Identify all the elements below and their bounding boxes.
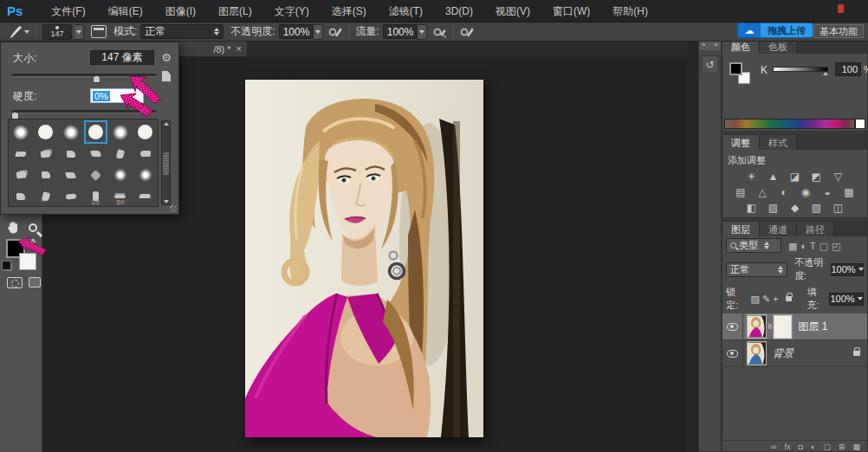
hardness-field[interactable]: 0%: [90, 88, 144, 103]
menu-item[interactable]: 帮助(H): [601, 0, 659, 23]
brush-preset[interactable]: 25: [83, 187, 108, 206]
pen-pressure-opacity-icon[interactable]: [328, 26, 342, 38]
adjustment-icon[interactable]: ◫: [832, 202, 845, 214]
layers-footer-icon[interactable]: ▢: [823, 442, 831, 451]
adjustment-icon[interactable]: ◪: [788, 171, 802, 183]
flow-dropdown-button[interactable]: [418, 24, 427, 40]
brush-tool-button[interactable]: [9, 25, 29, 39]
layer-filter-icon[interactable]: ▢: [819, 241, 828, 251]
k-slider[interactable]: [773, 67, 828, 72]
k-value-field[interactable]: 100: [835, 62, 861, 76]
brush-preset[interactable]: [108, 145, 133, 163]
tab-layers[interactable]: 图层: [722, 222, 760, 236]
gear-icon[interactable]: ⚙: [161, 51, 172, 64]
new-preset-icon[interactable]: [162, 71, 171, 81]
adjustment-icon[interactable]: ▽: [832, 171, 845, 183]
menu-item[interactable]: 编辑(E): [97, 0, 154, 23]
menu-item[interactable]: 文件(F): [40, 0, 96, 23]
layer-filter-icon[interactable]: ◐: [800, 241, 806, 251]
adjustment-icon[interactable]: ☀: [745, 171, 759, 183]
lock-all-icon[interactable]: [786, 296, 792, 301]
brush-preset[interactable]: [9, 164, 34, 187]
layer-name[interactable]: 背景: [773, 346, 794, 361]
close-icon[interactable]: ×: [714, 42, 718, 48]
brush-preset-picker[interactable]: 147: [42, 24, 84, 40]
adjustment-icon[interactable]: ◒: [820, 186, 834, 198]
layer-thumbnail[interactable]: [747, 314, 767, 339]
screen-mode-button[interactable]: [29, 277, 41, 287]
tab-paths[interactable]: 路径: [797, 222, 834, 236]
layer-filter-icon[interactable]: ▦: [788, 241, 797, 251]
default-colors-icon[interactable]: [4, 263, 12, 271]
k-slider-thumb[interactable]: [823, 72, 828, 75]
flow-control[interactable]: 100%: [383, 24, 428, 40]
brush-preset[interactable]: [133, 187, 158, 206]
resize-grip[interactable]: [170, 205, 177, 212]
brush-preset[interactable]: [34, 187, 59, 206]
brush-preset[interactable]: [9, 187, 34, 206]
menu-item[interactable]: 滤镜(T): [378, 0, 434, 23]
brush-picker-dropdown-button[interactable]: [74, 24, 84, 40]
brush-preset[interactable]: [83, 119, 108, 145]
layer-thumbnail[interactable]: [747, 341, 767, 365]
brush-preset[interactable]: [58, 119, 83, 145]
adjustment-icon[interactable]: ◉: [799, 186, 813, 198]
visibility-toggle[interactable]: [722, 340, 743, 366]
blend-mode-select[interactable]: 正常: [140, 24, 223, 39]
layer-name[interactable]: 图层 1: [798, 320, 827, 334]
adjustment-icon[interactable]: ▧: [810, 202, 824, 214]
layers-footer-icon[interactable]: ⊞: [839, 442, 845, 451]
layer-filter-icon[interactable]: T: [810, 241, 816, 251]
adjustment-icon[interactable]: ◧: [745, 202, 759, 214]
layer-opacity-field[interactable]: 100%: [831, 263, 864, 276]
adjustment-icon[interactable]: ◆: [788, 202, 802, 214]
color-ramp[interactable]: [724, 119, 855, 129]
layer-row-background[interactable]: 背景: [722, 340, 867, 367]
history-panel-icon[interactable]: ↺: [701, 55, 719, 74]
lock-option-icon[interactable]: ✎: [762, 294, 770, 304]
brush-preset[interactable]: [34, 119, 59, 145]
zoom-tool[interactable]: [25, 220, 41, 236]
menu-item[interactable]: 窗口(W): [541, 0, 601, 23]
adjustment-icon[interactable]: ▤: [734, 186, 748, 198]
brush-preset[interactable]: [133, 164, 158, 187]
brush-preset[interactable]: [34, 164, 59, 187]
workspace-switcher-button[interactable]: 基本功能: [813, 24, 864, 38]
brush-preset[interactable]: [108, 119, 133, 145]
white-chip[interactable]: [855, 119, 865, 129]
airbrush-icon[interactable]: [432, 26, 447, 38]
adjustment-icon[interactable]: ◩: [810, 171, 824, 183]
menu-item[interactable]: 文字(Y): [263, 0, 321, 23]
scrollbar[interactable]: [161, 120, 171, 205]
layer-mask-thumbnail[interactable]: [774, 315, 792, 339]
brush-preset[interactable]: [133, 119, 158, 145]
background-color-swatch[interactable]: [19, 253, 36, 270]
brush-preset[interactable]: [9, 119, 34, 145]
opacity-control[interactable]: 100%: [279, 24, 324, 40]
layer-filter-icon[interactable]: ◰: [832, 241, 840, 251]
menu-item[interactable]: 图像(I): [154, 0, 207, 23]
menu-item[interactable]: 选择(S): [321, 0, 378, 23]
visibility-toggle[interactable]: [722, 313, 743, 339]
brush-preset[interactable]: [133, 145, 158, 163]
swap-colors-icon[interactable]: ⇄: [26, 236, 38, 249]
adjustment-icon[interactable]: △: [755, 186, 769, 198]
layers-footer-icon[interactable]: fx: [785, 442, 791, 451]
brush-preset[interactable]: [34, 145, 59, 163]
layers-footer-icon[interactable]: ∞: [771, 442, 776, 451]
layer-fill-field[interactable]: 100%: [829, 293, 864, 306]
brush-preset[interactable]: [9, 145, 34, 163]
size-slider-thumb[interactable]: [93, 75, 100, 83]
brush-preset[interactable]: [58, 145, 83, 163]
menu-item[interactable]: 视图(V): [484, 0, 541, 23]
scroll-down-icon[interactable]: [164, 200, 169, 203]
expand-panels-icon[interactable]: »: [702, 42, 705, 48]
brush-preset[interactable]: [83, 164, 108, 187]
layers-footer-icon[interactable]: ▦: [852, 442, 860, 451]
lock-option-icon[interactable]: +: [773, 294, 778, 304]
brush-preset[interactable]: [58, 187, 83, 206]
brush-preset[interactable]: [83, 145, 108, 163]
quick-mask-button[interactable]: [7, 277, 23, 288]
hardness-slider[interactable]: [11, 110, 157, 113]
menu-item[interactable]: 3D(D): [434, 0, 484, 23]
